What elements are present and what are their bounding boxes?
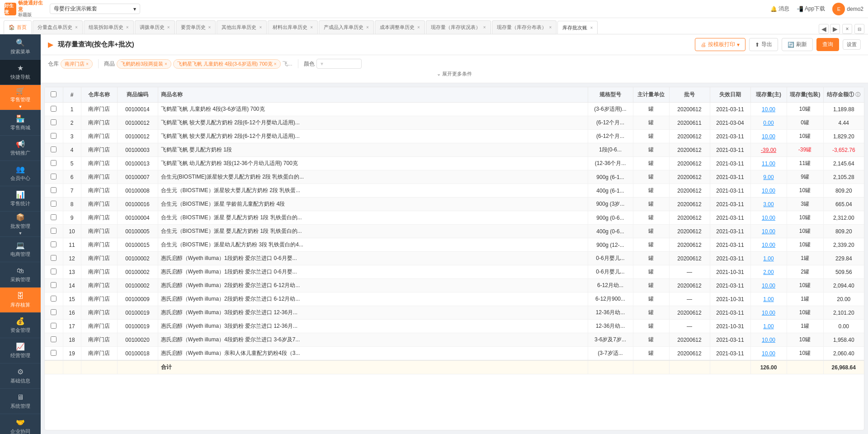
tab-home[interactable]: 🏠 首页 [4,20,32,34]
messages-btn[interactable]: 🔔 消息 [770,5,789,13]
tab-stock-status[interactable]: 现存量（库存状况表） × [426,20,491,34]
cell-stock-main[interactable]: 10.00 [750,225,787,238]
cell-checkbox[interactable] [45,265,63,279]
cell-stock-main[interactable]: 10.00 [750,333,787,347]
app-download-btn[interactable]: 📲 App下载 [797,5,825,13]
user-profile[interactable]: E demo2 [832,3,863,15]
sidebar-item-marketing[interactable]: 📢 营销推广 [0,136,41,161]
settings-btn[interactable]: 设置 [843,39,861,50]
cell-checkbox[interactable] [45,198,63,211]
cell-checkbox[interactable] [45,279,63,292]
close-icon[interactable]: × [75,25,78,30]
close-icon[interactable]: × [167,25,170,30]
sidebar-item-wholesale[interactable]: 📦 批发管理 ▼ [0,212,41,237]
cell-checkbox[interactable] [45,292,63,306]
cell-stock-main[interactable]: 10.00 [750,184,787,198]
tab-next-btn[interactable]: ▶ [830,24,840,34]
cell-stock-main[interactable]: 3.00 [750,198,787,211]
color-input[interactable]: ▾ [316,59,362,69]
product-more[interactable]: 飞... [283,60,292,68]
close-icon[interactable]: × [259,25,262,30]
tab-split[interactable]: 分量盘点单历史 × [33,20,83,34]
sidebar-item-search[interactable]: 🔍 搜索菜单 [0,34,41,60]
tab-unpack[interactable]: 组装拆卸单历史 × [84,20,134,34]
cell-checkbox[interactable] [45,116,63,130]
cell-checkbox[interactable] [45,238,63,252]
cell-checkbox[interactable] [45,252,63,265]
template-print-btn[interactable]: 🖨 按模板打印 ▾ [695,38,745,51]
cell-checkbox[interactable] [45,320,63,333]
cell-checkbox[interactable] [45,143,63,157]
cell-stock-main[interactable]: 0.00 [750,116,787,130]
tab-menu-btn[interactable]: ⊟ [854,24,864,34]
sidebar-item-member[interactable]: 👥 会员中心 [0,161,41,186]
tab-other-out[interactable]: 其他出库单历史 × [217,20,267,34]
cell-stock-main[interactable]: 10.00 [750,279,787,292]
tag-close-icon[interactable]: × [165,61,167,66]
cell-checkbox[interactable] [45,170,63,184]
select-all-checkbox[interactable] [51,91,57,97]
expand-conditions-btn[interactable]: ⌄ 展开更多条件 [437,71,472,77]
breadcrumb-selector[interactable]: 母婴行业演示账套 ▾ [50,4,140,14]
close-icon[interactable]: × [126,25,129,30]
tab-material-out[interactable]: 材料出库单历史 × [268,20,318,34]
info-icon[interactable]: ⓘ [855,92,860,97]
sidebar-item-cooperation[interactable]: 🤝 企业协同 [0,414,41,434]
cell-checkbox[interactable] [45,333,63,347]
refresh-btn[interactable]: 🔄 刷新 [782,38,813,51]
warehouse-tag-0[interactable]: 南岸门店 × [61,59,93,69]
tab-close-all-btn[interactable]: × [842,24,852,34]
sidebar-item-quick[interactable]: ★ 快捷导航 [0,60,41,85]
cell-stock-main[interactable]: -39.00 [750,143,787,157]
cell-checkbox[interactable] [45,225,63,238]
cell-checkbox[interactable] [45,184,63,198]
sidebar-item-purchase[interactable]: 🛍 采购管理 [0,262,41,288]
product-tag-0[interactable]: 飞鹤奶粉3段两提装 × [117,59,171,69]
cell-stock-main[interactable]: 1.00 [750,292,787,306]
sidebar-item-inventory[interactable]: 🗄 库存核算 [0,288,41,313]
sidebar-item-operation[interactable]: 📈 经营管理 [0,338,41,363]
cell-stock-main[interactable]: 11.00 [750,157,787,170]
cell-checkbox[interactable] [45,211,63,225]
cell-stock-main[interactable]: 10.00 [750,238,787,252]
tag-close-icon[interactable]: × [86,61,89,66]
cell-checkbox[interactable] [45,306,63,320]
sidebar-item-ecommerce[interactable]: 💻 电商管理 [0,237,41,262]
close-icon[interactable]: × [417,25,420,30]
tab-stock-dist[interactable]: 现存量（库存分布表） × [492,20,557,34]
cell-checkbox[interactable] [45,130,63,143]
sidebar-item-system[interactable]: 🖥 系统管理 [0,389,41,414]
cell-stock-main[interactable]: 9.00 [750,170,787,184]
collapse-arrow[interactable]: ▶ [48,40,53,49]
sidebar-item-finance[interactable]: 💰 资金管理 [0,313,41,338]
cell-stock-main[interactable]: 10.00 [750,306,787,320]
sidebar-item-mall[interactable]: 🏪 零售商城 [0,110,41,136]
sidebar-item-basic[interactable]: ⚙ 基础信息 [0,363,41,389]
cell-stock-main[interactable]: 10.00 [750,347,787,361]
tab-cost-adjust[interactable]: 成本调整单历史 × [375,20,425,34]
cell-checkbox[interactable] [45,347,63,361]
cell-stock-main[interactable]: 10.00 [750,130,787,143]
cell-stock-main[interactable]: 10.00 [750,211,787,225]
tab-product-in[interactable]: 产成品入库单历史 × [319,20,374,34]
tab-prev-btn[interactable]: ◀ [819,24,829,34]
cell-stock-main[interactable]: 2.00 [750,265,787,279]
export-btn[interactable]: ⬆ 导出 [749,38,778,51]
tab-demand[interactable]: 要货单历史 × [176,20,216,34]
close-icon[interactable]: × [549,25,552,30]
sidebar-item-retail[interactable]: 🛒 零售管理 ▼ [0,85,41,110]
tag-close-icon[interactable]: × [274,61,277,66]
cell-checkbox[interactable] [45,157,63,170]
sidebar-item-stats[interactable]: 📊 零售统计 [0,186,41,212]
query-btn[interactable]: 查询 [816,38,839,51]
cell-stock-main[interactable]: 10.00 [750,103,787,116]
close-icon[interactable]: × [208,25,211,30]
cell-stock-main[interactable]: 1.00 [750,320,787,333]
tab-batch[interactable]: 库存批次账 × [557,21,598,34]
cell-stock-main[interactable]: 1.00 [750,252,787,265]
close-icon[interactable]: × [366,25,369,30]
tab-blending[interactable]: 调拨单历史 × [135,20,175,34]
close-icon[interactable]: × [310,25,313,30]
close-icon[interactable]: × [483,25,486,30]
product-tag-1[interactable]: 飞鹤星飞帆 儿童奶粉 4段(3-6岁适用) 700克 × [173,59,281,69]
